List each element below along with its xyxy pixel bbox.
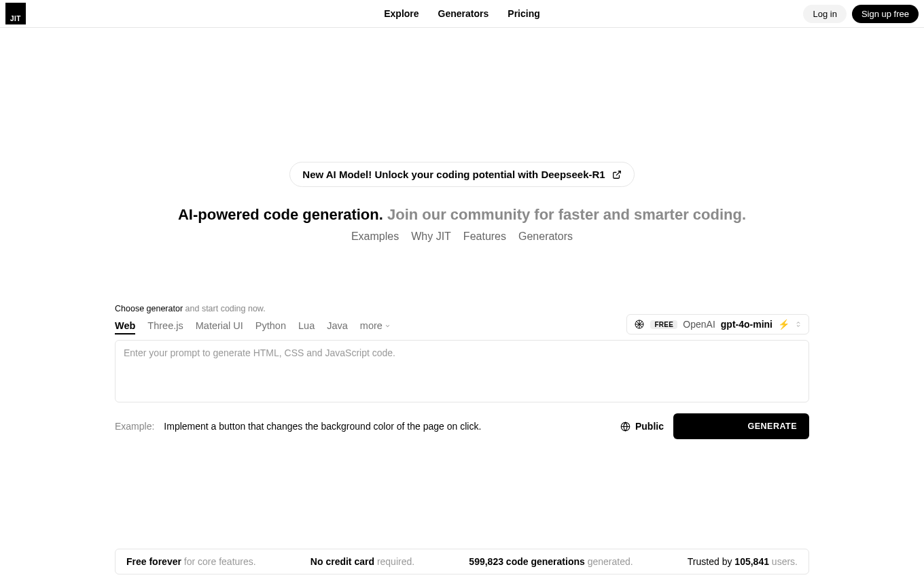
example-text[interactable]: Implement a button that changes the back… [164, 421, 611, 432]
hero-title-muted: Join our community for faster and smarte… [387, 206, 746, 223]
hero-subnav: Examples Why JIT Features Generators [0, 230, 924, 243]
stat-nocc-rest: required. [374, 556, 414, 567]
subnav-why[interactable]: Why JIT [411, 230, 451, 243]
tab-more[interactable]: more [360, 320, 391, 333]
tab-threejs[interactable]: Three.js [147, 320, 183, 333]
visibility-label: Public [635, 421, 664, 432]
tab-java[interactable]: Java [327, 320, 348, 333]
stat-free: Free forever for core features. [126, 556, 256, 567]
stat-users: Trusted by 105,841 users. [688, 556, 798, 567]
svg-line-0 [616, 171, 620, 175]
openai-icon [634, 319, 645, 330]
generator-top-row: Choose generator and start coding now. W… [115, 304, 809, 334]
nav-center: Explore Generators Pricing [384, 8, 540, 19]
stats-bar: Free forever for core features. No credi… [115, 549, 809, 574]
bolt-icon: ⚡ [778, 319, 789, 330]
tab-web[interactable]: Web [115, 320, 135, 334]
tab-materialui[interactable]: Material UI [196, 320, 243, 333]
subnav-features[interactable]: Features [463, 230, 506, 243]
generator-top-left: Choose generator and start coding now. W… [115, 304, 626, 334]
hero-title: AI-powered code generation. Join our com… [0, 206, 924, 224]
visibility-toggle[interactable]: Public [620, 421, 664, 432]
chevrons-up-down-icon [795, 320, 802, 328]
subnav-examples[interactable]: Examples [351, 230, 399, 243]
generator-section: Choose generator and start coding now. W… [115, 304, 809, 439]
choose-bold: Choose generator [115, 304, 183, 313]
nav-generators[interactable]: Generators [438, 8, 489, 19]
stat-free-rest: for core features. [181, 556, 256, 567]
model-name: gpt-4o-mini [721, 319, 772, 330]
stat-gens-bold: 599,823 code generations [469, 556, 584, 567]
generator-tabs: Web Three.js Material UI Python Lua Java… [115, 320, 626, 334]
stat-users-rest: users. [769, 556, 798, 567]
example-label: Example: [115, 421, 154, 432]
hero: New AI Model! Unlock your coding potenti… [0, 28, 924, 243]
below-prompt-row: Example: Implement a button that changes… [115, 413, 809, 439]
nav-pricing[interactable]: Pricing [508, 8, 539, 19]
stat-users-bold: 105,841 [734, 556, 769, 567]
external-link-icon [612, 170, 622, 179]
model-provider: OpenAI [683, 319, 715, 330]
login-button[interactable]: Log in [803, 5, 846, 23]
generate-button[interactable]: GENERATE [673, 413, 809, 439]
stat-users-pre: Trusted by [688, 556, 735, 567]
choose-rest: and start coding now. [183, 304, 266, 313]
nav-right: Log in Sign up free [803, 5, 919, 23]
logo[interactable]: JIT [5, 3, 26, 24]
announcement-text: New AI Model! Unlock your coding potenti… [302, 169, 605, 180]
stat-nocc: No credit card required. [310, 556, 414, 567]
stat-gens: 599,823 code generations generated. [469, 556, 633, 567]
free-badge: FREE [650, 320, 677, 329]
tab-more-label: more [360, 320, 383, 331]
tab-lua[interactable]: Lua [298, 320, 315, 333]
stat-gens-rest: generated. [585, 556, 633, 567]
tab-python[interactable]: Python [255, 320, 286, 333]
top-header: JIT Explore Generators Pricing Log in Si… [0, 0, 924, 28]
model-selector[interactable]: FREE OpenAI gpt-4o-mini ⚡ [626, 314, 809, 334]
stat-nocc-bold: No credit card [310, 556, 374, 567]
chevron-down-icon [385, 323, 391, 329]
globe-icon [620, 422, 630, 432]
prompt-input[interactable] [115, 340, 809, 402]
nav-explore[interactable]: Explore [384, 8, 419, 19]
announcement-pill[interactable]: New AI Model! Unlock your coding potenti… [289, 162, 634, 187]
hero-title-bold: AI-powered code generation. [178, 206, 383, 223]
subnav-generators[interactable]: Generators [518, 230, 573, 243]
choose-generator-text: Choose generator and start coding now. [115, 304, 626, 313]
signup-button[interactable]: Sign up free [852, 5, 919, 23]
stat-free-bold: Free forever [126, 556, 181, 567]
